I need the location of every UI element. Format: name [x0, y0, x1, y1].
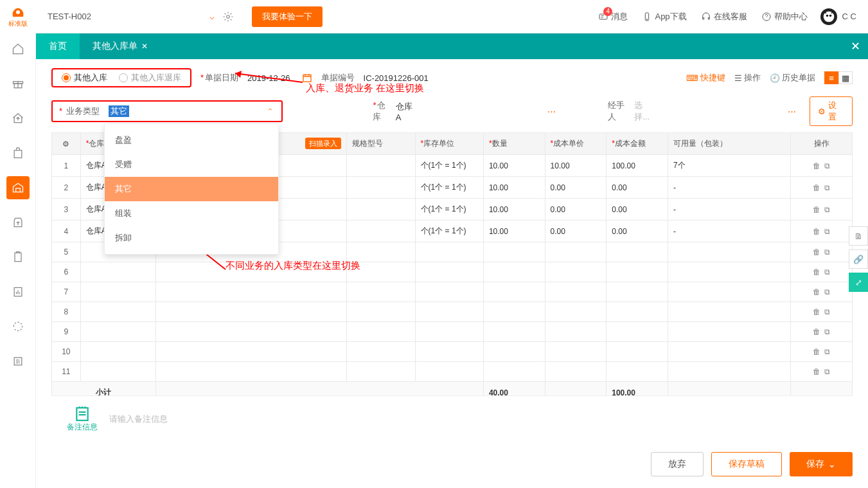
tab-home[interactable]: 首页 — [36, 33, 80, 59]
copy-icon[interactable]: ⧉ — [824, 205, 830, 214]
delete-icon[interactable]: 🗑 — [813, 227, 820, 236]
cell-unit-cost[interactable]: 0.00 — [545, 221, 607, 242]
cell-qty[interactable] — [483, 362, 545, 382]
tabs-close-all[interactable]: ✕ — [842, 33, 868, 59]
delete-icon[interactable]: 🗑 — [813, 267, 820, 276]
cell-cost-amt[interactable]: 0.00 — [607, 199, 668, 221]
copy-icon[interactable]: ⧉ — [824, 227, 830, 236]
cell-cost-amt[interactable] — [607, 322, 668, 342]
trial-button[interactable]: 我要体验一下 — [252, 6, 323, 27]
cell-unit[interactable] — [415, 302, 483, 322]
cell-cost-amt[interactable] — [607, 242, 668, 262]
cell-qty[interactable] — [483, 242, 545, 262]
cell-unit[interactable] — [415, 242, 483, 262]
messages-link[interactable]: 消息 4 — [598, 11, 628, 23]
table-row[interactable]: 11🗑⧉ — [52, 362, 853, 382]
cell-unit-cost[interactable]: 0.00 — [545, 199, 607, 221]
cell-unit-cost[interactable]: 0.00 — [545, 177, 607, 199]
cell-unit-cost[interactable] — [545, 362, 607, 382]
dd-option[interactable]: 组装 — [105, 201, 278, 226]
rail-link-icon[interactable]: 🔗 — [849, 249, 868, 269]
cell-qty[interactable] — [483, 282, 545, 302]
copy-icon[interactable]: ⧉ — [824, 267, 830, 276]
copy-icon[interactable]: ⧉ — [824, 347, 830, 356]
nav-gift-icon[interactable] — [6, 72, 30, 95]
dd-option[interactable]: 盘盈 — [105, 128, 278, 152]
cell-cost-amt[interactable]: 0.00 — [607, 177, 668, 199]
nav-money-icon[interactable] — [6, 211, 30, 234]
company-select[interactable]: TEST-H002 ⌵ — [48, 12, 215, 21]
handler-input[interactable]: 选择... — [634, 100, 655, 123]
table-row[interactable]: 9🗑⧉ — [52, 322, 853, 342]
nav-bag-icon[interactable] — [6, 141, 30, 165]
cell-unit[interactable] — [415, 342, 483, 362]
cell-product[interactable] — [155, 262, 347, 282]
remarks-input[interactable]: 请输入备注信息 — [109, 413, 837, 425]
settings-button[interactable]: ⚙ 设置 — [810, 96, 853, 126]
more-icon[interactable]: ⋯ — [547, 107, 556, 116]
cell-unit-cost[interactable]: 10.00 — [545, 155, 607, 177]
delete-icon[interactable]: 🗑 — [813, 327, 820, 336]
cell-warehouse[interactable] — [80, 342, 155, 362]
shortcut-link[interactable]: ⌨ 快捷键 — [686, 72, 725, 84]
close-icon[interactable]: ✕ — [141, 42, 148, 51]
col-gear[interactable]: ⚙ — [52, 133, 81, 155]
cell-warehouse[interactable] — [80, 302, 155, 322]
cell-product[interactable] — [155, 362, 347, 382]
cell-cost-amt[interactable] — [607, 282, 668, 302]
cell-cost-amt[interactable] — [607, 262, 668, 282]
cell-qty[interactable] — [483, 262, 545, 282]
cell-cost-amt[interactable] — [607, 342, 668, 362]
customer-service-link[interactable]: 在线客服 — [701, 11, 747, 23]
gear-icon[interactable] — [222, 11, 234, 23]
cell-unit[interactable]: 个(1个 = 1个) — [415, 199, 483, 221]
cell-cost-amt[interactable]: 0.00 — [607, 221, 668, 242]
table-row[interactable]: 10🗑⧉ — [52, 342, 853, 362]
more-icon[interactable]: ⋯ — [788, 107, 797, 116]
cell-warehouse[interactable] — [80, 362, 155, 382]
copy-icon[interactable]: ⧉ — [824, 248, 830, 257]
dd-option[interactable]: 受赠 — [105, 152, 278, 177]
delete-icon[interactable]: 🗑 — [813, 248, 820, 257]
cell-qty[interactable] — [483, 342, 545, 362]
tab-other-stock-in[interactable]: 其他入库单 ✕ — [80, 33, 161, 59]
cell-product[interactable] — [155, 342, 347, 362]
nav-warehouse-icon[interactable] — [6, 176, 30, 199]
save-draft-button[interactable]: 保存草稿 — [711, 452, 782, 476]
cell-warehouse[interactable] — [80, 322, 155, 342]
nav-house-up-icon[interactable] — [6, 107, 30, 130]
rail-note-icon[interactable]: 🗎 — [849, 226, 868, 246]
cell-unit[interactable] — [415, 262, 483, 282]
cell-product[interactable] — [155, 322, 347, 342]
copy-icon[interactable]: ⧉ — [824, 287, 830, 296]
cell-spec[interactable] — [347, 242, 415, 262]
view-grid-icon[interactable]: ▦ — [838, 71, 853, 84]
dd-option[interactable]: 拆卸 — [105, 226, 278, 250]
cell-qty[interactable]: 10.00 — [483, 155, 545, 177]
logo[interactable]: 标准版 — [0, 0, 36, 33]
copy-icon[interactable]: ⧉ — [824, 367, 830, 376]
cell-qty[interactable] — [483, 322, 545, 342]
delete-icon[interactable]: 🗑 — [813, 307, 820, 316]
cell-spec[interactable] — [347, 155, 415, 177]
cell-warehouse[interactable] — [80, 262, 155, 282]
cell-cost-amt[interactable]: 100.00 — [607, 155, 668, 177]
app-download-link[interactable]: App下载 — [642, 11, 686, 23]
cell-spec[interactable] — [347, 262, 415, 282]
help-link[interactable]: 帮助中心 — [761, 11, 808, 23]
discard-button[interactable]: 放弃 — [651, 452, 704, 476]
cell-qty[interactable] — [483, 302, 545, 322]
warehouse-value[interactable]: 仓库A — [396, 101, 416, 122]
cell-unit[interactable]: 个(1个 = 1个) — [415, 177, 483, 199]
cell-spec[interactable] — [347, 322, 415, 342]
cell-cost-amt[interactable] — [607, 302, 668, 322]
nav-new-icon[interactable]: 新 — [6, 350, 30, 373]
cell-product[interactable] — [155, 302, 347, 322]
cell-unit[interactable]: 个(1个 = 1个) — [415, 221, 483, 242]
cell-qty[interactable]: 10.00 — [483, 177, 545, 199]
cell-qty[interactable]: 10.00 — [483, 221, 545, 242]
biz-type-combo[interactable]: 其它 ⌃ — [103, 103, 279, 120]
copy-icon[interactable]: ⧉ — [824, 161, 830, 170]
cell-unit-cost[interactable] — [545, 342, 607, 362]
delete-icon[interactable]: 🗑 — [813, 183, 820, 192]
